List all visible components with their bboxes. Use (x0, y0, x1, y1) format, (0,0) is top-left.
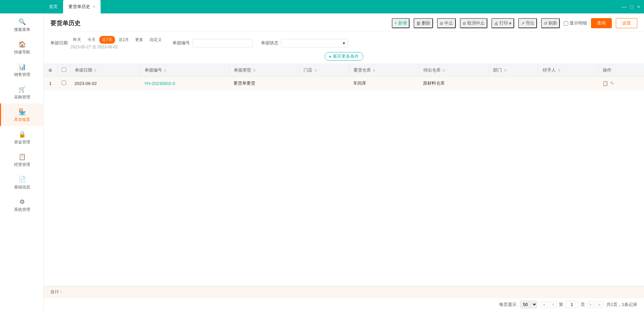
sidebar-item-finance-label: 资金管理 (14, 139, 30, 145)
page-suffix: 页 (581, 302, 585, 308)
date-btn-custom[interactable]: 自定义 (147, 36, 164, 44)
sort-handler-icon: ⇅ (558, 69, 560, 72)
status-filter-group: 单据状态 ▾ (261, 39, 348, 47)
filter-area: 单据日期 昨天 今天 近7天 近1月 更多 自定义 2023-05-27 至 2… (44, 32, 644, 64)
row-store (300, 77, 349, 90)
delete-label: 删除 (422, 20, 430, 26)
date-btn-yesterday[interactable]: 昨天 (70, 36, 84, 44)
status-select-arrow: ▾ (343, 41, 345, 46)
refresh-button[interactable]: ↺ 刷新 (541, 18, 560, 28)
row-number[interactable]: YH-20230602-0 (140, 77, 229, 90)
sidebar-item-search-menu[interactable]: 🔍 搜索菜单 (0, 13, 43, 36)
col-department[interactable]: 部门 ⇅ (489, 64, 539, 77)
expand-more-area: ▾ 展开更多条件 (50, 52, 637, 61)
data-table: ⚙ 单据日期 ⇅ 单据编号 ⇅ 单据类型 ⇅ (44, 64, 644, 90)
sidebar-item-purchase-mgmt[interactable]: 🛒 采购管理 (0, 81, 43, 103)
row-handler (539, 77, 598, 90)
operations-mgmt-icon: 📋 (18, 153, 26, 161)
export-button[interactable]: ↗ 导出 (518, 18, 537, 28)
sort-req-wh-icon: ⇅ (373, 69, 375, 72)
stop-button[interactable]: ⊘ 中止 (437, 18, 456, 28)
per-page-select[interactable]: 50 100 200 (520, 301, 537, 308)
settings-button[interactable]: 设置 (616, 18, 637, 28)
sidebar-item-finance-mgmt[interactable]: 🔒 资金管理 (0, 126, 43, 148)
sidebar-item-system-mgmt[interactable]: ⚙ 系统管理 (0, 193, 43, 216)
delete-icon: 🗑 (416, 21, 421, 26)
print-icon: 🖨 (494, 21, 498, 26)
last-page-btn[interactable]: » (596, 301, 603, 308)
cancel-stop-label: 取消中止 (467, 20, 485, 26)
sidebar-item-basic-label: 基础信息 (14, 184, 30, 190)
page-input[interactable] (565, 301, 579, 308)
delete-button[interactable]: 🗑 删除 (414, 18, 433, 28)
row-number-link[interactable]: YH-20230602-0 (144, 81, 175, 86)
col-action: 操作 (598, 64, 644, 77)
cancel-stop-button[interactable]: ⊘ 取消中止 (460, 18, 487, 28)
page-header: 要货单历史 + 新增 🗑 删除 ⊘ 中止 ⊘ 取消中止 🖨 打印 (44, 13, 644, 32)
sort-date-icon: ⇅ (94, 69, 97, 72)
sidebar-item-quick-label: 快捷导航 (14, 49, 30, 55)
row-department (489, 77, 539, 90)
col-settings[interactable]: ⚙ (44, 64, 57, 77)
date-btn-recent1m[interactable]: 近1月 (116, 36, 132, 44)
page-title: 要货单历史 (50, 19, 80, 27)
row-checkbox-cell[interactable] (57, 77, 70, 90)
col-checkbox[interactable] (57, 64, 70, 77)
total-info: 共1页，1条记录 (606, 302, 637, 308)
page-nav: « < 第 页 > » (541, 301, 603, 308)
tab-close-icon[interactable]: × (93, 4, 95, 9)
view-action-btn[interactable]: 📋 (602, 81, 608, 86)
expand-label: 展开更多条件 (333, 53, 359, 59)
row-req-warehouse: 车间库 (349, 77, 419, 90)
date-btn-recent7[interactable]: 近7天 (99, 36, 115, 44)
first-page-btn[interactable]: « (541, 301, 548, 308)
table-row: 1 2023-06-02 YH-20230602-0 要货单要货 车间库 原材料… (44, 77, 644, 90)
date-filter-label: 单据日期 (50, 40, 68, 46)
table-header-row: ⚙ 单据日期 ⇅ 单据编号 ⇅ 单据类型 ⇅ (44, 64, 644, 77)
row-seq: 1 (44, 77, 57, 90)
sidebar-item-quick-nav[interactable]: 🏠 快捷导航 (0, 36, 43, 58)
sidebar-item-sales-mgmt[interactable]: 📊 销售管理 (0, 58, 43, 81)
cancel-stop-icon: ⊘ (463, 21, 466, 26)
status-select[interactable]: ▾ (281, 39, 348, 47)
doc-number-input[interactable] (193, 39, 253, 47)
window-minimize-btn[interactable]: — (622, 4, 626, 9)
toolbar: + 新增 🗑 删除 ⊘ 中止 ⊘ 取消中止 🖨 打印 ▾ (392, 18, 637, 28)
col-number[interactable]: 单据编号 ⇅ (140, 64, 229, 77)
col-pending-warehouse[interactable]: 待出仓库 ⇅ (419, 64, 489, 77)
sidebar-item-basic-info[interactable]: 📄 基础信息 (0, 171, 43, 193)
window-maximize-btn[interactable]: □ (630, 4, 633, 9)
main-content: 要货单历史 + 新增 🗑 删除 ⊘ 中止 ⊘ 取消中止 🖨 打印 (44, 13, 644, 311)
tab-requisition-history[interactable]: 要货单历史 × (63, 0, 101, 13)
date-btn-today[interactable]: 今天 (85, 36, 98, 44)
date-btn-more[interactable]: 更多 (132, 36, 146, 44)
sidebar: 🔍 搜索菜单 🏠 快捷导航 📊 销售管理 🛒 采购管理 🏪 库存核算 🔒 资金管… (0, 13, 44, 311)
prev-page-btn[interactable]: < (550, 301, 557, 308)
table-container: ⚙ 单据日期 ⇅ 单据编号 ⇅ 单据类型 ⇅ (44, 64, 644, 286)
col-req-warehouse[interactable]: 要货仓库 ⇅ (349, 64, 419, 77)
sort-number-icon: ⇅ (164, 69, 166, 72)
row-checkbox[interactable] (62, 81, 66, 85)
edit-action-btn[interactable]: ✎ (610, 81, 614, 86)
col-handler[interactable]: 经手人 ⇅ (539, 64, 598, 77)
sidebar-item-operations-mgmt[interactable]: 📋 经营管理 (0, 148, 43, 171)
display-detail-input[interactable] (564, 21, 568, 26)
date-filter-group: 单据日期 昨天 今天 近7天 近1月 更多 自定义 2023-05-27 至 2… (50, 36, 164, 50)
col-date[interactable]: 单据日期 ⇅ (70, 64, 140, 77)
col-store[interactable]: 门店 ⇅ (300, 64, 349, 77)
window-close-btn[interactable]: × (637, 4, 640, 9)
row-actions: 📋 ✎ (598, 77, 644, 90)
summary-label: 合计： (50, 289, 63, 294)
display-detail-checkbox[interactable]: 显示明细 (564, 20, 587, 26)
query-button[interactable]: 查询 (591, 18, 612, 28)
row-date: 2023-06-02 (70, 77, 140, 90)
col-type[interactable]: 单据类型 ⇅ (229, 64, 299, 77)
next-page-btn[interactable]: > (587, 301, 594, 308)
print-button[interactable]: 🖨 打印 ▾ (491, 18, 514, 28)
tab-home[interactable]: 首页 (44, 0, 63, 13)
select-all-checkbox[interactable] (62, 68, 66, 72)
expand-more-btn[interactable]: ▾ 展开更多条件 (325, 52, 363, 61)
sidebar-item-system-label: 系统管理 (14, 207, 30, 213)
add-button[interactable]: + 新增 (392, 18, 410, 28)
sidebar-item-inventory-mgmt[interactable]: 🏪 库存核算 (0, 103, 43, 126)
